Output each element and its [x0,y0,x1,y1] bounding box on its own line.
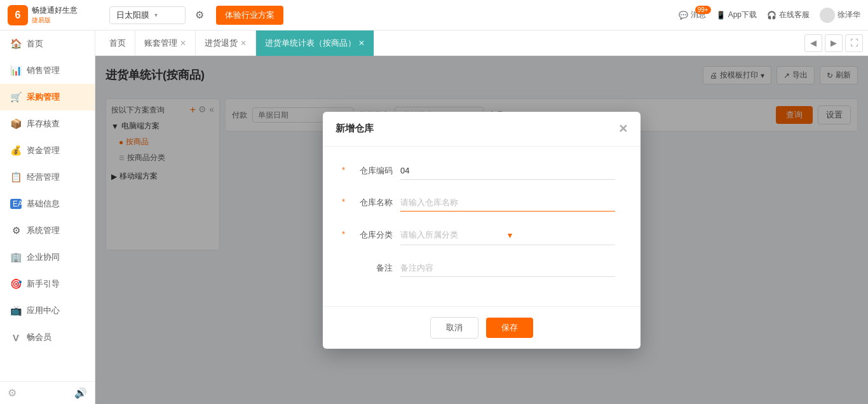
name-input[interactable] [400,194,615,212]
headset-icon: 🎧 [767,11,776,20]
phone-icon: 📱 [716,11,726,20]
service-button[interactable]: 🎧 在线客服 [767,10,810,20]
form-row-category: 仓库分类 请输入所属分类 ▾ [348,226,615,245]
header-right: 💬 消息 99+ 📱 App下载 🎧 在线客服 徐泽华 [679,8,860,23]
purchase-icon: 🛒 [10,91,22,103]
sidebar-item-basic[interactable]: EA 基础信息 [0,191,95,217]
sidebar-item-newbie[interactable]: 🎯 新手引导 [0,271,95,297]
dialog-title: 新增仓库 [336,123,374,135]
category-select[interactable]: 请输入所属分类 ▾ [400,226,615,245]
new-warehouse-dialog: 新增仓库 ✕ 仓库编码 仓库名称 [323,112,641,349]
tab-home[interactable]: 首页 [100,30,135,56]
avatar-image [820,8,835,23]
dialog-header: 新增仓库 ✕ [323,112,641,147]
newbie-icon: 🎯 [10,278,22,290]
tab-purchase-return[interactable]: 进货退货 ✕ [196,30,256,56]
dialog-close-button[interactable]: ✕ [618,122,628,136]
sidebar-item-finance[interactable]: 💰 资金管理 [0,137,95,164]
sidebar-item-purchase[interactable]: 🛒 采购管理 [0,84,95,111]
category-dropdown-icon: ▾ [508,230,615,240]
dialog-footer: 取消 保存 [323,306,641,349]
system-icon: ⚙ [10,225,22,236]
finance-icon: 💰 [10,145,22,156]
chevron-down-icon: ▾ [154,11,158,18]
sidebar-item-label: 经营管理 [27,172,60,183]
category-placeholder: 请输入所属分类 [400,229,508,241]
sales-icon: 📊 [10,65,22,76]
logo-text: 畅捷通好生意 捷易版 [32,6,78,24]
sidebar-item-label: 畅会员 [27,332,51,343]
name-label: 仓库名称 [348,197,393,208]
gear-button[interactable]: ⚙ [189,5,210,25]
category-label: 仓库分类 [348,229,393,241]
settings-bottom-icon[interactable]: ⚙ [8,387,17,399]
apps-icon: 📺 [10,305,22,316]
sidebar-item-label: 采购管理 [27,91,60,103]
store-selector[interactable]: 日太阳膜 ▾ [109,6,186,24]
tab-accounts[interactable]: 账套管理 ✕ [135,30,196,56]
tab-bar: 首页 账套管理 ✕ 进货退货 ✕ 进货单统计表（按商品） ✕ ◀ ▶ ⛶ [95,30,868,56]
code-input[interactable] [400,162,615,180]
save-button[interactable]: 保存 [486,318,533,338]
home-icon: 🏠 [10,38,22,50]
tab-prev-button[interactable]: ◀ [804,34,822,52]
speaker-icon[interactable]: 🔊 [74,387,87,399]
trial-button[interactable]: 体验行业方案 [216,6,283,25]
app-download-button[interactable]: 📱 App下载 [716,10,757,20]
sidebar-item-label: 系统管理 [27,225,60,236]
sidebar-item-label: 首页 [27,38,43,50]
user-avatar[interactable]: 徐泽华 [820,8,860,23]
remark-label: 备注 [348,262,393,274]
sidebar-item-operations[interactable]: 📋 经营管理 [0,164,95,191]
sidebar-item-sales[interactable]: 📊 销售管理 [0,57,95,84]
sidebar-item-enterprise[interactable]: 🏢 企业协同 [0,244,95,271]
form-row-name: 仓库名称 [348,194,615,212]
form-row-remark: 备注 [348,259,615,277]
sidebar-item-label: 资金管理 [27,145,60,156]
sidebar-item-label: 新手引导 [27,278,60,290]
sidebar-item-apps[interactable]: 📺 应用中心 [0,297,95,324]
code-label: 仓库编码 [348,165,393,177]
sidebar-item-label: 库存核查 [27,118,60,130]
sidebar-item-label: 企业协同 [27,252,60,263]
enterprise-icon: 🏢 [10,252,22,263]
logo-area: 6 畅捷通好生意 捷易版 [8,5,103,25]
tab-next-button[interactable]: ▶ [825,34,843,52]
tab-expand-button[interactable]: ⛶ [845,34,863,52]
top-header: 6 畅捷通好生意 捷易版 日太阳膜 ▾ ⚙ 体验行业方案 💬 消息 99+ 📱 … [0,0,868,30]
sidebar-item-home[interactable]: 🏠 首页 [0,30,95,57]
form-row-code: 仓库编码 [348,162,615,180]
member-icon: V [10,332,22,343]
page-content: 进货单统计(按商品) 🖨 按模板打印 ▾ ↗ 导出 ↻ 刷新 [95,56,868,404]
basic-icon: EA [10,199,22,209]
sidebar-item-member[interactable]: V 畅会员 [0,324,95,351]
message-badge: 99+ [695,6,711,14]
close-purchase-return-icon[interactable]: ✕ [240,39,247,48]
message-button[interactable]: 💬 消息 99+ [679,10,706,20]
tab-purchase-stat[interactable]: 进货单统计表（按商品） ✕ [256,30,374,56]
message-icon: 💬 [679,11,688,20]
operations-icon: 📋 [10,172,22,183]
sidebar-item-label: 销售管理 [27,65,60,76]
sidebar-item-label: 基础信息 [27,198,60,210]
dialog-body: 仓库编码 仓库名称 仓库分类 请输入所属分类 [323,147,641,306]
content-area: 首页 账套管理 ✕ 进货退货 ✕ 进货单统计表（按商品） ✕ ◀ ▶ ⛶ [95,30,868,404]
inventory-icon: 📦 [10,118,22,130]
close-purchase-stat-icon[interactable]: ✕ [358,39,365,48]
main-layout: 🏠 首页 📊 销售管理 🛒 采购管理 📦 库存核查 💰 资金管理 📋 经营管理 … [0,30,868,404]
remark-input[interactable] [400,259,615,277]
cancel-button[interactable]: 取消 [430,317,478,339]
close-accounts-icon[interactable]: ✕ [180,39,186,48]
sidebar-item-label: 应用中心 [27,305,60,316]
sidebar-item-system[interactable]: ⚙ 系统管理 [0,217,95,244]
logo-icon: 6 [8,5,28,25]
sidebar-item-inventory[interactable]: 📦 库存核查 [0,111,95,137]
dialog-overlay: 新增仓库 ✕ 仓库编码 仓库名称 [95,56,868,404]
sidebar: 🏠 首页 📊 销售管理 🛒 采购管理 📦 库存核查 💰 资金管理 📋 经营管理 … [0,30,95,404]
